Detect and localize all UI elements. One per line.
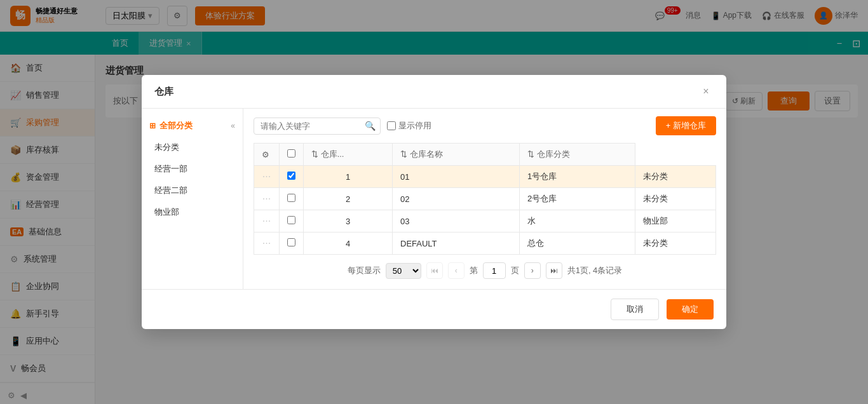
row-checkbox[interactable] [287, 216, 295, 224]
search-input[interactable] [254, 118, 381, 135]
modal-footer: 取消 确定 [142, 289, 726, 329]
row-checkbox-cell [280, 232, 304, 255]
col-code-header[interactable]: ⇅ 仓库... [304, 144, 393, 166]
row-warehouse-code: 02 [393, 188, 520, 210]
add-warehouse-button[interactable]: + 新增仓库 [656, 116, 716, 135]
category-item-unclassified[interactable]: 未分类 [142, 137, 243, 158]
page-label: 第 [470, 265, 478, 276]
row-more-icon[interactable]: ··· [254, 188, 280, 210]
page-last-button[interactable]: ⏭ [546, 262, 562, 279]
row-category: 未分类 [635, 166, 715, 188]
per-page-select[interactable]: 50 100 [386, 263, 421, 279]
page-next-button[interactable]: › [524, 262, 541, 279]
row-more-icon[interactable]: ··· [254, 210, 280, 232]
row-checkbox[interactable] [287, 172, 295, 180]
row-checkbox-cell [280, 210, 304, 232]
row-name: 1号仓库 [520, 166, 635, 188]
modal-title: 仓库 [154, 86, 173, 98]
search-icon[interactable]: 🔍 [365, 121, 376, 131]
category-item-dept2[interactable]: 经营二部 [142, 180, 243, 201]
pagination-bar: 每页显示 50 100 ⏮ ‹ 第 页 › ⏭ 共1页, 4条记录 [254, 255, 716, 281]
category-collapse-button[interactable]: « [231, 121, 235, 130]
col-checkbox [280, 144, 304, 166]
modal-header: 仓库 × [142, 75, 726, 109]
table-toolbar: 🔍 显示停用 + 新增仓库 [254, 116, 716, 135]
row-category: 未分类 [635, 188, 715, 210]
col-settings: ⚙ [254, 144, 280, 166]
total-info: 共1页, 4条记录 [567, 265, 623, 276]
page-unit: 页 [511, 265, 519, 276]
modal-overlay: 仓库 × ⊞ 全部分类 « 未分类 经营一部 [0, 0, 868, 404]
row-checkbox[interactable] [287, 238, 295, 246]
show-disabled-checkbox[interactable] [387, 121, 396, 130]
table-row[interactable]: ··· 2 02 2号仓库 未分类 [254, 188, 716, 210]
modal-close-button[interactable]: × [698, 84, 714, 99]
sort-icon2: ⇅ [400, 149, 407, 159]
page-number-input[interactable] [483, 262, 506, 279]
row-code: 4 [304, 232, 393, 255]
row-warehouse-code: 03 [393, 210, 520, 232]
row-category: 物业部 [635, 210, 715, 232]
per-page-label: 每页显示 [348, 265, 381, 276]
category-all-label: 全部分类 [159, 120, 193, 131]
category-all-button[interactable]: ⊞ 全部分类 [149, 120, 193, 131]
warehouse-table: ⚙ ⇅ 仓库... ⇅ 仓库名称 [254, 143, 716, 255]
table-row[interactable]: ··· 1 01 1号仓库 未分类 [254, 166, 716, 188]
row-code: 1 [304, 166, 393, 188]
page-first-button[interactable]: ⏮ [426, 262, 443, 279]
row-warehouse-code: 01 [393, 166, 520, 188]
col-name-header[interactable]: ⇅ 仓库名称 [393, 144, 520, 166]
row-code: 3 [304, 210, 393, 232]
search-input-wrap: 🔍 [254, 118, 381, 135]
grid-icon: ⊞ [149, 121, 156, 130]
row-name: 2号仓库 [520, 188, 635, 210]
confirm-button[interactable]: 确定 [667, 299, 714, 320]
row-more-icon[interactable]: ··· [254, 232, 280, 255]
show-disabled-toggle: 显示停用 [387, 120, 431, 131]
sort-icon3: ⇅ [527, 149, 534, 159]
table-panel: 🔍 显示停用 + 新增仓库 ⚙ [243, 109, 726, 289]
row-warehouse-code: DEFAULT [393, 232, 520, 255]
page-prev-button[interactable]: ‹ [448, 262, 465, 279]
row-category: 未分类 [635, 232, 715, 255]
table-row[interactable]: ··· 4 DEFAULT 总仓 未分类 [254, 232, 716, 255]
col-category-header[interactable]: ⇅ 仓库分类 [520, 144, 635, 166]
show-disabled-label: 显示停用 [398, 120, 431, 131]
category-header: ⊞ 全部分类 « [142, 116, 243, 137]
row-checkbox[interactable] [287, 194, 295, 202]
sort-icon: ⇅ [311, 149, 318, 159]
row-name: 总仓 [520, 232, 635, 255]
row-checkbox-cell [280, 166, 304, 188]
category-item-property[interactable]: 物业部 [142, 201, 243, 223]
table-row[interactable]: ··· 3 03 水 物业部 [254, 210, 716, 232]
cancel-button[interactable]: 取消 [611, 299, 659, 320]
warehouse-modal: 仓库 × ⊞ 全部分类 « 未分类 经营一部 [142, 75, 726, 329]
modal-body: ⊞ 全部分类 « 未分类 经营一部 经营二部 物业部 [142, 109, 726, 289]
category-item-dept1[interactable]: 经营一部 [142, 158, 243, 180]
row-code: 2 [304, 188, 393, 210]
row-checkbox-cell [280, 188, 304, 210]
row-more-icon[interactable]: ··· [254, 166, 280, 188]
select-all-checkbox[interactable] [287, 149, 295, 158]
row-name: 水 [520, 210, 635, 232]
category-panel: ⊞ 全部分类 « 未分类 经营一部 经营二部 物业部 [142, 109, 243, 289]
